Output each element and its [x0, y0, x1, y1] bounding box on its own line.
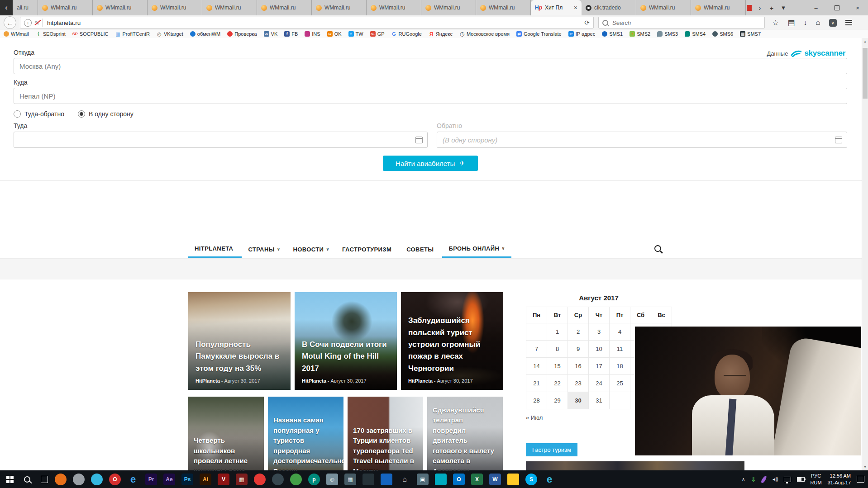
taskbar-search-icon[interactable] — [24, 476, 30, 483]
tab-scroll-right-button[interactable]: › — [754, 0, 766, 15]
teal-circle-app-icon[interactable]: p — [308, 474, 320, 485]
calendar-prev-month-link[interactable]: « Июл — [526, 414, 543, 421]
calendar-cell[interactable]: 7 — [526, 341, 547, 358]
tab-list-dropdown-icon[interactable]: ▾ — [777, 0, 789, 15]
language-indicator[interactable]: РУС RUM — [811, 473, 822, 486]
article-title[interactable]: В Сочи подвели итоги Motul King of the H… — [302, 339, 390, 374]
article-card[interactable]: 170 застрявших в Турции клиентов туропер… — [348, 397, 423, 470]
green-circle-app-icon[interactable] — [290, 474, 302, 485]
browser-tab[interactable]: WMmail.ru — [148, 0, 202, 15]
roundtrip-radio[interactable] — [14, 110, 21, 118]
bookmark-star-icon[interactable]: ☆ — [772, 18, 779, 28]
gray-app-icon[interactable] — [73, 474, 85, 485]
photos-icon[interactable]: ▣ — [417, 474, 429, 485]
browser-tab-active[interactable]: Hp Хит Пл × — [531, 0, 582, 15]
browser-tab[interactable]: WMmail.ru — [257, 0, 312, 15]
feather-app-icon[interactable] — [760, 475, 768, 483]
browser-tab[interactable]: clk.tradedo — [582, 0, 636, 15]
downloads-icon[interactable]: ↓ — [803, 19, 807, 27]
nav-item[interactable]: НОВОСТИ ∨ — [287, 240, 336, 258]
restore-button[interactable] — [826, 0, 847, 15]
article-card[interactable]: Четверть школьников провели летние каник… — [188, 397, 264, 470]
depart-date-input[interactable] — [14, 136, 415, 144]
bookmark-item[interactable]: vk VK — [264, 31, 278, 37]
calculator-icon[interactable]: ▦ — [344, 474, 356, 485]
return-date-field[interactable] — [437, 132, 847, 148]
bookmark-item[interactable]: SP SOCPUBLIC — [72, 31, 109, 37]
dark-circle-app-icon[interactable] — [272, 474, 284, 485]
dark-app-icon[interactable] — [362, 474, 374, 485]
calendar-cell[interactable]: 15 — [547, 358, 568, 375]
close-button[interactable]: × — [847, 0, 868, 15]
battery-icon[interactable] — [797, 477, 805, 482]
calendar-cell[interactable]: 24 — [589, 375, 610, 392]
page-info-icon[interactable]: i — [24, 19, 32, 27]
tray-expand-icon[interactable]: ∧ — [742, 477, 745, 482]
menu-icon[interactable] — [845, 22, 852, 23]
bookmark-item[interactable]: SMS3 — [657, 31, 678, 37]
contacts-icon[interactable]: ☺ — [326, 474, 338, 485]
tab-scroll-left-button[interactable]: ‹ — [0, 0, 13, 15]
nav-item[interactable]: БРОНЬ ОНЛАЙН ∨ — [442, 240, 511, 258]
video-player[interactable] — [635, 327, 861, 455]
browser-tab[interactable]: WMmail.ru — [636, 0, 691, 15]
opera-icon[interactable]: O — [109, 474, 121, 485]
oneway-radio[interactable] — [78, 110, 85, 118]
minimize-button[interactable]: – — [806, 0, 826, 15]
browser-tab[interactable]: WMmail.ru — [691, 0, 746, 15]
article-card[interactable]: Популярность Памуккале выросла в этом го… — [188, 292, 291, 390]
calendar-cell[interactable]: 14 — [526, 358, 547, 375]
skype-icon[interactable]: S — [525, 474, 537, 485]
article-card[interactable]: Заблудившийся польский турист устроил ог… — [401, 292, 503, 390]
calendar-cell[interactable]: 16 — [568, 358, 589, 375]
calendar-cell[interactable]: 17 — [589, 358, 610, 375]
compass-browser-icon[interactable] — [91, 474, 103, 485]
calendar-cell[interactable]: 28 — [526, 392, 547, 409]
browser-tab[interactable]: WMmail.ru — [202, 0, 257, 15]
bookmark-item[interactable]: SMS4 — [685, 31, 706, 37]
after-effects-icon[interactable]: Ae — [163, 474, 175, 485]
premiere-icon[interactable]: Pr — [145, 474, 157, 485]
find-flights-button[interactable]: Найти авиабилеты ✈ — [383, 156, 478, 171]
article-title[interactable]: Заблудившийся польский турист устроил ог… — [408, 315, 496, 374]
clock[interactable]: 12:56 AM 31-Aug-17 — [828, 473, 851, 486]
browser-tab[interactable]: WMmail.ru — [312, 0, 367, 15]
article-title[interactable]: Четверть школьников провели летние каник… — [194, 436, 258, 470]
bookmark-item[interactable]: INS — [305, 31, 320, 37]
bookmark-item[interactable]: SMS1 — [602, 31, 623, 37]
bookmark-item[interactable]: обменWM — [190, 31, 220, 37]
excel-icon[interactable]: X — [471, 474, 483, 485]
task-view-icon[interactable] — [41, 476, 48, 483]
calendar-cell[interactable]: 23 — [568, 375, 589, 392]
bookmark-item[interactable]: SMS6 — [712, 31, 733, 37]
calendar-cell[interactable]: 29 — [547, 392, 568, 409]
to-field[interactable] — [14, 88, 847, 104]
browser-tab[interactable]: WMmail.ru — [367, 0, 421, 15]
start-button[interactable] — [6, 476, 14, 483]
bookmark-item[interactable]: t TW — [348, 31, 363, 37]
calendar-cell[interactable]: 8 — [547, 341, 568, 358]
article-title[interactable]: Названа самая популярная у туристов прир… — [273, 415, 338, 470]
article-card[interactable]: В Сочи подвели итоги Motul King of the H… — [295, 292, 397, 390]
ie-icon[interactable]: e — [544, 474, 555, 485]
library-icon[interactable]: ▤ — [787, 18, 795, 28]
tab-close-icon[interactable]: × — [574, 5, 577, 11]
browser-tab[interactable]: ail.ru — [13, 0, 38, 15]
nav-item[interactable]: HITPLANETA — [188, 240, 242, 258]
bookmark-item[interactable]: ◷ Московское время — [459, 31, 510, 37]
no-tracking-icon[interactable]: ✎ — [34, 19, 39, 26]
calendar-cell[interactable]: 25 — [610, 375, 630, 392]
calendar-cell[interactable]: 1 — [547, 323, 568, 341]
network-icon[interactable] — [784, 477, 791, 482]
calendar-cell[interactable]: 30 — [568, 392, 589, 409]
bookmark-item[interactable]: ⟨ SEOsprint — [36, 31, 66, 37]
firefox-icon[interactable] — [55, 474, 67, 485]
article-title[interactable]: Сдвинувшийся телетрап повредил двигатель… — [433, 405, 497, 471]
browser-tab[interactable] — [746, 0, 754, 15]
bookmark-item[interactable]: ok OK — [327, 31, 342, 37]
article-author[interactable]: HitPlaneta — [196, 378, 220, 384]
action-center-icon[interactable] — [857, 476, 864, 483]
scroll-up-icon[interactable]: ▴ — [862, 39, 868, 43]
article-card[interactable]: Названа самая популярная у туристов прир… — [268, 397, 343, 470]
back-button[interactable]: ← — [4, 16, 16, 29]
